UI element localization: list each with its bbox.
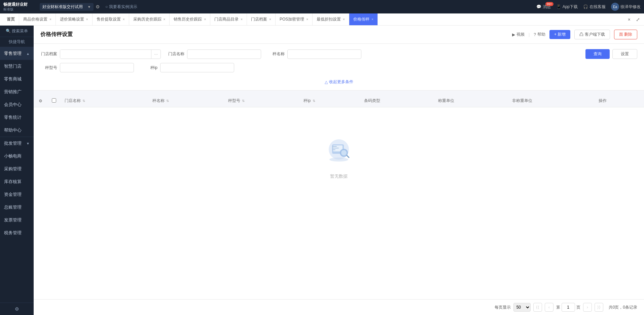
tab-price-scale[interactable]: 价格传秤 × [349, 13, 378, 26]
page-number-input[interactable] [562, 303, 575, 312]
tab-purchase-history[interactable]: 采购历史价跟踪 × [129, 13, 170, 26]
sidebar-footer: ⚙ [0, 303, 34, 315]
tab-purchase-strategy[interactable]: 进价策略设置 × [56, 13, 93, 26]
sort-icon-store-name[interactable]: ⇅ [82, 99, 85, 103]
tab-purchase-strategy-label: 进价策略设置 [60, 16, 84, 22]
app-download-btn[interactable]: 📱 App下载 [556, 4, 578, 10]
prev-page-btn[interactable]: ‹ [545, 303, 553, 312]
settings-icon[interactable]: ⚙ [96, 4, 100, 9]
tab-commodity-price-close[interactable]: × [49, 18, 51, 21]
collapse-btn-label: 收起更多条件 [329, 79, 353, 85]
sidebar-item-batch-mgmt[interactable]: 批发管理 ▼ [0, 137, 34, 150]
sidebar-item-retail-mgmt[interactable]: 零售管理 ▲ [0, 47, 34, 60]
tab-store-profile-close[interactable]: × [269, 18, 271, 21]
sidebar-search[interactable]: 🔍 搜索菜单 [0, 26, 34, 37]
sidebar-item-retail-mall[interactable]: 零售商城 [0, 73, 34, 85]
sort-icon-scale-ip[interactable]: ⇅ [313, 99, 315, 103]
data-table: ⚙ 门店名称 ⇅ 秤名称 ⇅ 秤型号 ⇅ [34, 95, 644, 107]
sidebar-item-marketing[interactable]: 营销推广 [0, 85, 34, 98]
sidebar-item-help-center[interactable]: 帮助中心 [0, 124, 34, 137]
demo-link[interactable]: ○ 我要看实例演示 [105, 4, 137, 10]
tab-store-catalog[interactable]: 门店商品目录 × [210, 13, 247, 26]
tab-sale-price-close[interactable]: × [123, 18, 125, 21]
headset-icon: 🎧 [583, 4, 588, 9]
sidebar-item-small-commerce-label: 小畅电商 [4, 153, 22, 159]
version-selector[interactable]: 好业财标准版交付试用 ▼ [40, 3, 94, 11]
sidebar-item-smart-store-label: 智慧门店 [4, 63, 22, 69]
sidebar-item-general-ledger[interactable]: 总账管理 [0, 201, 34, 214]
next-page-btn[interactable]: › [583, 303, 592, 312]
sidebar-item-general-ledger-label: 总账管理 [4, 204, 22, 210]
download-button[interactable]: 凸 客户端下载 [574, 30, 610, 39]
th-store-name: 门店名称 ⇅ [61, 95, 148, 107]
sidebar-item-member-center[interactable]: 会员中心 [0, 98, 34, 111]
sidebar-item-inventory[interactable]: 库存核算 [0, 175, 34, 188]
tab-pos-manage[interactable]: POS加密管理 × [276, 13, 313, 26]
store-name-label: 门店名称 [168, 51, 184, 57]
sidebar-item-fund-mgmt-label: 资金管理 [4, 191, 22, 198]
sidebar-item-retail-stats[interactable]: 零售统计 [0, 111, 34, 124]
scale-ip-label: 秤ip [141, 65, 157, 71]
top-right-area: 💬 消息 99+ 📱 App下载 🎧 在线客服 Ea 徐泽华修改 [536, 3, 641, 11]
last-page-btn[interactable]: ⟩⟩ [595, 303, 603, 312]
tab-pos-manage-close[interactable]: × [306, 18, 308, 21]
store-name-input[interactable] [187, 49, 261, 59]
sidebar-item-invoice-mgmt[interactable]: 发票管理 [0, 214, 34, 226]
search-button[interactable]: 查询 [585, 49, 610, 59]
online-service-btn[interactable]: 🎧 在线客服 [583, 4, 606, 10]
sort-icon-scale-name[interactable]: ⇅ [166, 99, 169, 103]
user-info[interactable]: Ea 徐泽华修改 [611, 3, 641, 11]
delete-button[interactable]: 面 删除 [614, 30, 637, 39]
ellipsis-icon[interactable]: ··· [151, 50, 160, 59]
tab-min-discount[interactable]: 最低折扣设置 × [313, 13, 349, 26]
tab-min-discount-close[interactable]: × [343, 18, 345, 21]
sidebar-item-tax-mgmt[interactable]: 税务管理 [0, 226, 34, 239]
page-size-select[interactable]: 10 20 50 100 [513, 303, 531, 312]
avatar: Ea [611, 3, 619, 11]
tab-home[interactable]: 首页 [3, 13, 19, 26]
tab-purchase-strategy-close[interactable]: × [86, 18, 88, 21]
tab-close-all-icon[interactable]: × [627, 15, 632, 24]
tab-bar: 首页 商品价格设置 × 进价策略设置 × 售价提取设置 × 采购历史价跟踪 × … [0, 13, 644, 26]
filter-store-name: 门店名称 [168, 49, 261, 59]
tab-expand-icon[interactable]: ⤢ [635, 15, 641, 24]
sort-icon-scale-model[interactable]: ⇅ [242, 99, 245, 103]
page-label: 算 [556, 305, 560, 310]
tab-store-profile[interactable]: 门店档案 × [247, 13, 276, 26]
scale-ip-input[interactable] [160, 63, 234, 72]
store-profile-input[interactable] [60, 50, 151, 59]
tab-purchase-history-close[interactable]: × [164, 18, 166, 21]
filter-scale-model: 秤型号 [40, 63, 134, 72]
page-header: 价格传秤设置 ▶ 视频 | ? 帮助 + 新增 凸 客户端下载 面 [34, 26, 644, 44]
help-link[interactable]: ? 帮助 [534, 32, 545, 37]
tab-commodity-price[interactable]: 商品价格设置 × [19, 13, 56, 26]
messages-btn[interactable]: 💬 消息 99+ [536, 4, 551, 10]
column-settings-icon[interactable]: ⚙ [39, 99, 42, 103]
tab-store-profile-label: 门店档案 [251, 16, 267, 22]
add-button[interactable]: + 新增 [549, 30, 570, 39]
video-link[interactable]: ▶ 视频 [512, 32, 525, 37]
top-bar: 畅捷通好业财 标准版 好业财标准版交付试用 ▼ ⚙ ○ 我要看实例演示 💬 消息… [0, 0, 644, 13]
tab-store-catalog-close[interactable]: × [241, 18, 243, 21]
first-page-btn[interactable]: ⟨⟨ [533, 303, 542, 312]
online-service-label: 在线客服 [589, 4, 606, 10]
scale-model-input[interactable] [60, 63, 134, 72]
set-button[interactable]: 设置 [612, 49, 637, 59]
tab-pos-manage-label: POS加密管理 [280, 16, 304, 22]
tab-sales-history-close[interactable]: × [204, 18, 206, 21]
sidebar-item-smart-store[interactable]: 智慧门店 [0, 60, 34, 73]
tab-price-scale-close[interactable]: × [371, 18, 373, 21]
scale-name-input[interactable] [287, 49, 361, 59]
main-layout: 🔍 搜索菜单 快捷导航 零售管理 ▲ 智慧门店 零售商城 营销推广 会员中心 [0, 26, 644, 315]
sidebar-quick-nav[interactable]: 快捷导航 [0, 37, 34, 47]
sidebar-item-fund-mgmt[interactable]: 资金管理 [0, 188, 34, 201]
svg-rect-9 [332, 149, 335, 150]
svg-rect-8 [332, 148, 339, 148]
collapse-btn[interactable]: △ 收起更多条件 [322, 78, 356, 86]
sidebar-item-small-commerce[interactable]: 小畅电商 [0, 150, 34, 163]
select-all-checkbox[interactable] [52, 98, 56, 103]
tab-sales-history[interactable]: 销售历史价跟踪 × [170, 13, 210, 26]
sidebar-item-purchase-mgmt[interactable]: 采购管理 [0, 163, 34, 175]
tab-sale-price[interactable]: 售价提取设置 × [93, 13, 129, 26]
gear-icon[interactable]: ⚙ [15, 306, 19, 312]
